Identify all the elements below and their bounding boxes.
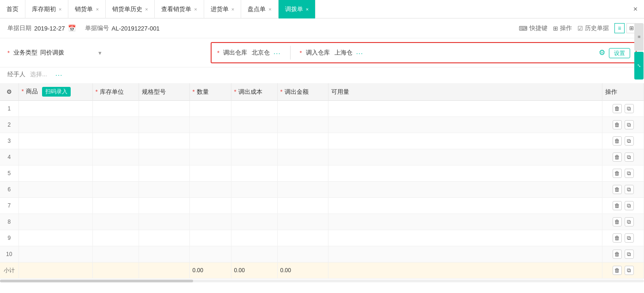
row-spec[interactable] bbox=[139, 117, 189, 133]
row-product[interactable] bbox=[18, 101, 92, 117]
copy-row-button[interactable]: ⧉ bbox=[625, 185, 634, 194]
tab-inventory-init[interactable]: 库存期初 × bbox=[25, 0, 68, 18]
delete-row-button[interactable]: 🗑 bbox=[613, 266, 622, 275]
tab-purchase-order-close[interactable]: × bbox=[231, 6, 234, 12]
row-qty[interactable] bbox=[189, 182, 231, 198]
settings-gear-icon[interactable]: ⚙ bbox=[599, 49, 605, 56]
person-select[interactable]: 选择... bbox=[30, 70, 47, 79]
row-amount[interactable] bbox=[277, 117, 328, 133]
row-product[interactable] bbox=[18, 133, 92, 149]
delete-row-button[interactable]: 🗑 bbox=[613, 185, 622, 194]
row-cost[interactable] bbox=[231, 101, 277, 117]
row-amount[interactable] bbox=[277, 182, 328, 198]
row-cost[interactable] bbox=[231, 165, 277, 182]
row-unit[interactable] bbox=[92, 182, 139, 198]
shortcut-key-button[interactable]: ⌨ 快捷键 bbox=[519, 24, 547, 32]
tab-sales-history-close[interactable]: × bbox=[145, 6, 148, 12]
tab-sales-order-close[interactable]: × bbox=[96, 6, 98, 12]
copy-row-button[interactable]: ⧉ bbox=[625, 266, 634, 275]
scan-button[interactable]: 扫码录入 bbox=[42, 87, 71, 97]
row-spec[interactable] bbox=[139, 133, 189, 149]
row-product[interactable] bbox=[18, 182, 92, 198]
row-unit[interactable] bbox=[92, 117, 139, 133]
delete-row-button[interactable]: 🗑 bbox=[613, 120, 622, 129]
delete-row-button[interactable]: 🗑 bbox=[613, 201, 622, 210]
copy-row-button[interactable]: ⧉ bbox=[625, 153, 634, 162]
copy-row-button[interactable]: ⧉ bbox=[625, 169, 634, 178]
tab-purchase-order[interactable]: 进货单 × bbox=[204, 0, 241, 18]
row-cost[interactable] bbox=[231, 230, 277, 246]
row-amount[interactable] bbox=[277, 165, 328, 182]
business-type-dropdown-icon[interactable]: ▾ bbox=[98, 49, 102, 56]
calendar-icon[interactable]: 📅 bbox=[68, 24, 76, 32]
row-qty[interactable] bbox=[189, 133, 231, 149]
row-unit[interactable] bbox=[92, 101, 139, 117]
copy-row-button[interactable]: ⧉ bbox=[625, 104, 634, 113]
gear-icon[interactable]: ⚙ bbox=[6, 88, 12, 95]
history-button[interactable]: ☑ 历史单据 bbox=[577, 24, 609, 32]
row-unit[interactable] bbox=[92, 198, 139, 214]
row-spec[interactable] bbox=[139, 182, 189, 198]
th-gear[interactable]: ⚙ bbox=[0, 83, 18, 101]
tab-sales-order[interactable]: 销货单 × bbox=[68, 0, 105, 18]
row-unit[interactable] bbox=[92, 214, 139, 230]
row-qty[interactable] bbox=[189, 214, 231, 230]
row-cost[interactable] bbox=[231, 214, 277, 230]
row-qty[interactable] bbox=[189, 101, 231, 117]
row-amount[interactable] bbox=[277, 101, 328, 117]
row-cost[interactable] bbox=[231, 246, 277, 262]
row-product[interactable] bbox=[18, 117, 92, 133]
row-product[interactable] bbox=[18, 246, 92, 262]
copy-row-button[interactable]: ⧉ bbox=[625, 233, 634, 243]
side-expand-button[interactable]: ⤢ bbox=[634, 52, 644, 79]
transfer-in-more-button[interactable]: ··· bbox=[356, 49, 364, 57]
row-product[interactable] bbox=[18, 214, 92, 230]
row-qty[interactable] bbox=[189, 198, 231, 214]
row-product[interactable] bbox=[18, 262, 92, 279]
person-more-button[interactable]: ··· bbox=[55, 71, 63, 79]
row-product[interactable] bbox=[18, 230, 92, 246]
tab-transfer-order[interactable]: 调拨单 × bbox=[279, 0, 316, 18]
delete-row-button[interactable]: 🗑 bbox=[613, 104, 622, 113]
row-qty[interactable] bbox=[189, 165, 231, 182]
window-close-button[interactable]: × bbox=[627, 0, 644, 18]
row-spec[interactable] bbox=[139, 246, 189, 262]
transfer-in-value[interactable]: 上海仓 bbox=[334, 49, 352, 57]
delete-row-button[interactable]: 🗑 bbox=[613, 217, 622, 226]
row-cost[interactable] bbox=[231, 133, 277, 149]
row-qty[interactable] bbox=[189, 117, 231, 133]
row-spec[interactable] bbox=[139, 198, 189, 214]
tab-inventory-init-close[interactable]: × bbox=[59, 6, 61, 12]
row-product[interactable] bbox=[18, 198, 92, 214]
row-amount[interactable] bbox=[277, 149, 328, 165]
scrollbar[interactable] bbox=[0, 280, 644, 282]
transfer-out-value[interactable]: 北京仓 bbox=[252, 49, 270, 57]
row-unit[interactable] bbox=[92, 165, 139, 182]
copy-row-button[interactable]: ⧉ bbox=[625, 201, 634, 210]
tab-sales-history[interactable]: 销货单历史 × bbox=[106, 0, 155, 18]
row-unit[interactable] bbox=[92, 246, 139, 262]
delete-row-button[interactable]: 🗑 bbox=[613, 153, 622, 162]
row-amount[interactable] bbox=[277, 198, 328, 214]
row-spec[interactable] bbox=[139, 101, 189, 117]
row-amount[interactable] bbox=[277, 230, 328, 246]
settings-button[interactable]: 设置 bbox=[609, 48, 630, 58]
row-qty[interactable] bbox=[189, 149, 231, 165]
delete-row-button[interactable]: 🗑 bbox=[613, 233, 622, 243]
copy-row-button[interactable]: ⧉ bbox=[625, 250, 634, 259]
row-spec[interactable] bbox=[139, 230, 189, 246]
row-spec[interactable] bbox=[139, 214, 189, 230]
tab-view-sales-close[interactable]: × bbox=[194, 6, 197, 12]
tab-view-sales[interactable]: 查看销货单 × bbox=[155, 0, 204, 18]
row-product[interactable] bbox=[18, 165, 92, 182]
row-unit[interactable] bbox=[92, 133, 139, 149]
row-unit[interactable] bbox=[92, 262, 139, 279]
row-amount[interactable] bbox=[277, 133, 328, 149]
copy-row-button[interactable]: ⧉ bbox=[625, 136, 634, 146]
row-product[interactable] bbox=[18, 149, 92, 165]
copy-row-button[interactable]: ⧉ bbox=[625, 120, 634, 129]
row-cost[interactable] bbox=[231, 149, 277, 165]
row-qty[interactable] bbox=[189, 230, 231, 246]
tab-transfer-order-close[interactable]: × bbox=[306, 6, 309, 12]
row-amount[interactable] bbox=[277, 214, 328, 230]
